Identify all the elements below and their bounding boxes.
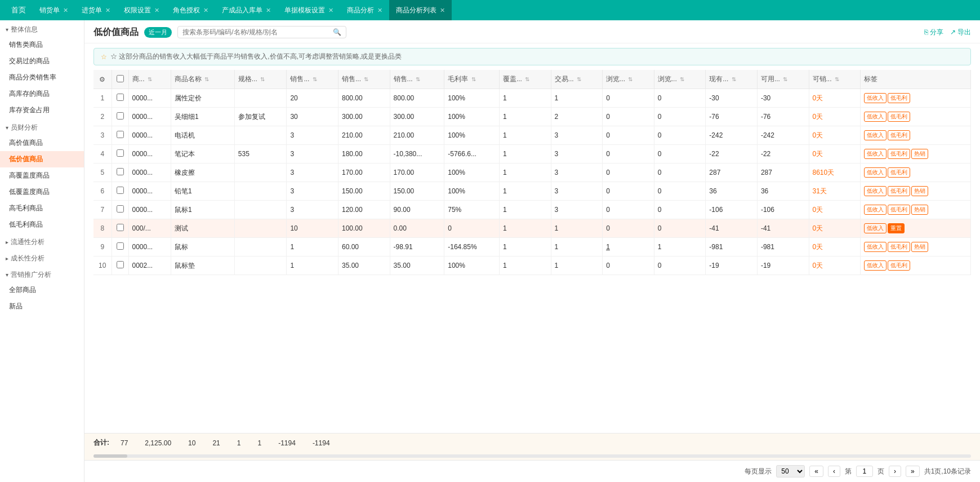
export-button[interactable]: ↗ 导出 [950,28,971,37]
col-sellable[interactable]: 可销... ⇅ [809,70,861,89]
col-code[interactable]: 商... ⇅ [128,70,171,89]
row-browse1: 0 [603,108,654,126]
time-badge[interactable]: 近一月 [144,27,172,38]
row-checkbox[interactable] [117,112,124,120]
sidebar-item-low-coverage[interactable]: 低覆盖度商品 [0,184,84,200]
sidebar-section-finance[interactable]: ▾ 员财分析 [0,118,84,135]
sidebar-section-overall[interactable]: ▾ 整体信息 [0,20,84,37]
nav-home[interactable]: 首页 [5,0,33,20]
col-name[interactable]: 商品名称 ⇅ [171,70,234,89]
row-checkbox-cell[interactable] [112,89,128,108]
row-checkbox-cell[interactable] [112,257,128,275]
col-coverage[interactable]: 覆盖... ⇅ [499,70,551,89]
col-tags[interactable]: 标签 [861,70,971,89]
col-trade[interactable]: 交易... ⇅ [551,70,603,89]
share-button[interactable]: ⎘ 分享 [924,28,943,37]
search-icon[interactable]: 🔍 [333,28,341,36]
page-input[interactable] [856,466,873,477]
nav-permission[interactable]: 权限设置 ✕ [117,0,166,20]
col-browse2[interactable]: 浏览... ⇅ [654,70,706,89]
row-checkbox[interactable] [117,149,124,157]
search-input[interactable] [182,28,331,36]
nav-product-inbound-close[interactable]: ✕ [266,7,271,14]
row-checkbox[interactable] [117,131,124,138]
sidebar-section-marketing[interactable]: ▾ 营销推广分析 [0,266,84,282]
col-margin[interactable]: 毛利率 ⇅ [444,70,500,89]
col-sales1[interactable]: 销售... ⇅ [287,70,338,89]
row-checkbox-cell[interactable] [112,126,128,145]
nav-product-analysis-close[interactable]: ✕ [377,7,382,14]
row-checkbox-cell[interactable] [112,108,128,126]
row-checkbox-cell[interactable] [112,182,128,201]
sidebar-item-high-stock[interactable]: 高库存的商品 [0,86,84,102]
col-spec[interactable]: 规格... ⇅ [234,70,287,89]
row-checkbox[interactable] [117,94,124,101]
nav-role-close[interactable]: ✕ [203,7,208,14]
sidebar-item-low-margin[interactable]: 低毛利商品 [0,216,84,233]
sidebar-item-traded[interactable]: 交易过的商品 [0,53,84,69]
nav-permission-close[interactable]: ✕ [154,7,159,14]
next-page-btn[interactable]: › [889,466,901,477]
sidebar-section-growth[interactable]: ▸ 成长性分析 [0,249,84,266]
sidebar-item-high-value[interactable]: 高价值商品 [0,135,84,151]
row-available: -19 [757,257,809,275]
row-sales3: 210.00 [390,126,444,145]
row-num: 8 [93,219,112,238]
row-checkbox[interactable] [117,168,124,175]
row-checkbox[interactable] [117,205,124,213]
sidebar-item-high-coverage[interactable]: 高覆盖度商品 [0,167,84,184]
nav-purchase[interactable]: 进货单 ✕ [75,0,117,20]
row-checkbox-cell[interactable] [112,238,128,257]
page-title: 低价值商品 [93,26,139,38]
last-page-btn[interactable]: » [906,466,920,477]
sidebar-item-sales-category[interactable]: 销售类商品 [0,37,84,53]
nav-role[interactable]: 角色授权 ✕ [166,0,215,20]
nav-sales[interactable]: 销货单 ✕ [33,0,75,20]
row-checkbox[interactable] [117,261,124,268]
nav-product-inbound[interactable]: 产成品入库单 ✕ [215,0,278,20]
row-days: 0天 [809,201,861,219]
nav-template-close[interactable]: ✕ [328,7,333,14]
row-checkbox-cell[interactable] [112,145,128,163]
horizontal-scrollbar[interactable] [84,452,980,460]
export-icon: ↗ [950,28,956,36]
sidebar-item-low-value[interactable]: 低价值商品 [0,151,84,167]
sidebar-item-stock-capital[interactable]: 库存资金占用 [0,102,84,118]
first-page-btn[interactable]: « [809,466,823,477]
row-spec [234,89,287,108]
col-sales2[interactable]: 销售... ⇅ [338,70,390,89]
col-available[interactable]: 可用... ⇅ [757,70,809,89]
row-sales1: 3 [287,145,338,163]
row-checkbox[interactable] [117,187,124,194]
nav-template[interactable]: 单据模板设置 ✕ [278,0,340,20]
nav-product-analysis-list[interactable]: 商品分析列表 ✕ [389,0,452,20]
col-select-all[interactable] [112,70,128,89]
nav-product-analysis-list-close[interactable]: ✕ [440,7,445,14]
sidebar-item-category-rate[interactable]: 商品分类销售率 [0,69,84,86]
table-row: 5 0000... 橡皮擦 3 170.00 170.00 100% 1 3 0… [93,163,971,182]
sidebar-item-high-margin[interactable]: 高毛利商品 [0,200,84,216]
row-checkbox[interactable] [117,242,124,250]
browse-link[interactable]: 1 [606,243,610,251]
row-checkbox-cell[interactable] [112,219,128,238]
col-browse1[interactable]: 浏览... ⇅ [603,70,654,89]
prev-page-btn[interactable]: ‹ [828,466,840,477]
nav-purchase-close[interactable]: ✕ [105,7,110,14]
select-all-checkbox[interactable] [117,75,124,82]
col-sales3[interactable]: 销售... ⇅ [390,70,444,89]
nav-product-analysis[interactable]: 商品分析 ✕ [340,0,389,20]
row-sales1: 3 [287,182,338,201]
scrollbar-thumb[interactable] [93,454,127,458]
sidebar-item-all-products[interactable]: 全部商品 [0,282,84,298]
sidebar-section-circulation[interactable]: ▸ 流通性分析 [0,233,84,249]
row-checkbox-cell[interactable] [112,201,128,219]
nav-sales-close[interactable]: ✕ [63,7,68,14]
col-settings[interactable]: ⚙ [93,70,112,89]
row-days: 0天 [809,89,861,108]
sidebar-item-new-products[interactable]: 新品 [0,298,84,315]
row-checkbox[interactable] [117,224,124,231]
row-checkbox-cell[interactable] [112,163,128,182]
per-page-select[interactable]: 50 100 200 [776,465,805,477]
row-sales3: 170.00 [390,163,444,182]
col-current[interactable]: 现有... ⇅ [706,70,758,89]
